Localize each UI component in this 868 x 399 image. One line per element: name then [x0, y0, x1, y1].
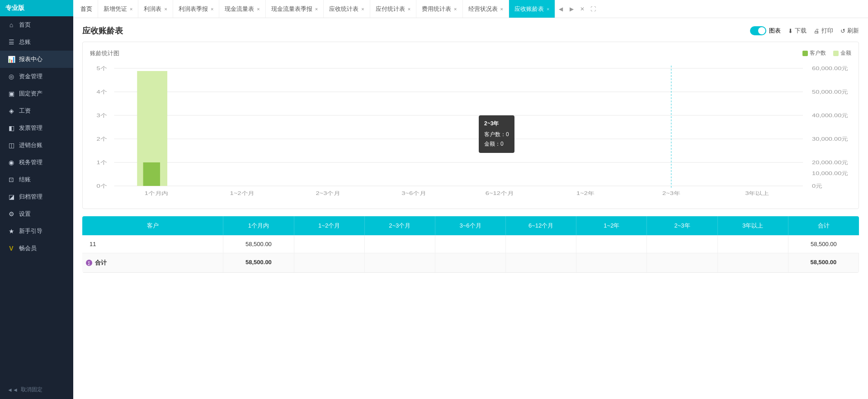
- sidebar-item-label: 工资: [19, 107, 31, 115]
- print-icon: 🖨: [814, 28, 820, 34]
- legend-customer-label: 客户数: [810, 49, 826, 57]
- chart-legend: 客户数 金额: [802, 49, 851, 57]
- svg-text:40,000.00元: 40,000.00元: [812, 113, 848, 119]
- sidebar-item-label: 报表中心: [19, 55, 42, 63]
- sidebar: 专业版 ⌂ 首页 ☰ 总账 📊 报表中心 ◎ 资金管理 ▣ 固定资产 ◈ 工资 …: [0, 0, 73, 399]
- sidebar-item-purchase[interactable]: ◫ 进销台账: [0, 137, 73, 154]
- tab-voucher[interactable]: 新增凭证 ×: [98, 0, 138, 18]
- tab-receivable-stat-close[interactable]: ×: [361, 6, 364, 12]
- sidebar-item-tax[interactable]: ◉ 税务管理: [0, 154, 73, 171]
- sidebar-item-label: 固定资产: [19, 90, 42, 98]
- svg-text:2~3个月: 2~3个月: [316, 190, 340, 196]
- th-month612: 6~12个月: [506, 216, 576, 235]
- print-button[interactable]: 🖨 打印: [814, 27, 833, 35]
- sidebar-item-settle[interactable]: ⊡ 结账: [0, 171, 73, 188]
- sidebar-item-ledger[interactable]: ☰ 总账: [0, 33, 73, 51]
- td-year3plus: [718, 235, 788, 253]
- tab-cashflow-quarter[interactable]: 现金流量表季报 ×: [266, 0, 324, 18]
- tab-biz-status-label: 经营状况表: [468, 5, 498, 13]
- footer-label-text: 合计: [95, 259, 107, 267]
- ledger-icon: ☰: [7, 38, 15, 46]
- sidebar-item-fund[interactable]: ◎ 资金管理: [0, 68, 73, 85]
- toggle-track[interactable]: [750, 26, 766, 35]
- asset-icon: ▣: [7, 90, 15, 97]
- tab-close-all-button[interactable]: ✕: [577, 4, 588, 14]
- svg-text:1个: 1个: [97, 160, 107, 166]
- sidebar-item-label: 总账: [19, 38, 31, 46]
- bar-customer-0: [143, 162, 160, 186]
- tab-aging[interactable]: 应收账龄表 ×: [509, 0, 555, 18]
- tab-receivable-stat-label: 应收统计表: [329, 5, 359, 13]
- sidebar-item-vip[interactable]: V 畅会员: [0, 240, 73, 257]
- table-row: 11 58,500.00 58,500.00: [82, 235, 859, 253]
- header-actions: 图表 ⬇ 下载 🖨 打印 ↺ 刷新: [750, 26, 859, 35]
- sidebar-item-invoice[interactable]: ◧ 发票管理: [0, 119, 73, 137]
- td-year12: [576, 235, 647, 253]
- tab-prev-button[interactable]: ◀: [555, 4, 566, 14]
- sidebar-item-archive[interactable]: ◪ 归档管理: [0, 188, 73, 205]
- legend-amount-color: [833, 51, 839, 56]
- sidebar-item-label: 资金管理: [19, 72, 42, 81]
- sidebar-item-label: 首页: [19, 21, 31, 29]
- download-icon: ⬇: [788, 28, 793, 34]
- svg-text:2个: 2个: [97, 136, 107, 142]
- tab-cashflow[interactable]: 现金流量表 ×: [219, 0, 265, 18]
- tab-expand-button[interactable]: ⛶: [588, 4, 599, 14]
- td-customer: 11: [82, 235, 223, 253]
- refresh-button[interactable]: ↺ 刷新: [840, 27, 859, 35]
- footer-month36: [435, 253, 506, 272]
- download-button[interactable]: ⬇ 下载: [788, 27, 807, 35]
- sidebar-item-reports[interactable]: 📊 报表中心: [0, 51, 73, 68]
- chart-toggle[interactable]: 图表: [750, 26, 781, 35]
- tab-cashflow-quarter-close[interactable]: ×: [315, 6, 318, 12]
- tab-expense-stat[interactable]: 费用统计表 ×: [416, 0, 462, 18]
- tab-voucher-close[interactable]: ×: [130, 6, 132, 12]
- tab-expense-stat-label: 费用统计表: [422, 5, 451, 13]
- svg-text:3年以上: 3年以上: [745, 190, 769, 196]
- tab-expense-stat-close[interactable]: ×: [454, 6, 457, 12]
- data-table: 客户 1个月内 1~2个月 2~3个月 3~6个月 6~12个月 1~2年 2~…: [82, 216, 859, 273]
- tab-bar: 首页 新增凭证 × 利润表 × 利润表季报 × 现金流量表 × 现金流量表季报 …: [73, 0, 868, 18]
- sidebar-item-settings[interactable]: ⚙ 设置: [0, 205, 73, 223]
- tab-profit-quarter-close[interactable]: ×: [211, 6, 213, 12]
- th-year3plus: 3年以上: [718, 216, 788, 235]
- tab-payable-stat[interactable]: 应付统计表 ×: [370, 0, 416, 18]
- tab-profit-quarter[interactable]: 利润表季报 ×: [173, 0, 219, 18]
- guide-icon: ★: [7, 228, 15, 235]
- toggle-thumb: [758, 27, 765, 34]
- tab-profit-close[interactable]: ×: [164, 6, 167, 12]
- sidebar-item-salary[interactable]: ◈ 工资: [0, 102, 73, 119]
- tab-next-button[interactable]: ▶: [566, 4, 577, 14]
- tab-home[interactable]: 首页: [75, 0, 98, 18]
- fund-icon: ◎: [7, 73, 15, 80]
- tab-aging-close[interactable]: ×: [547, 6, 549, 12]
- chart-svg-wrapper: 5个 4个 3个 2个 1个 0个 60,000.00元 50,000.00元: [90, 61, 851, 201]
- tab-home-label: 首页: [80, 5, 92, 13]
- td-total: 58,500.00: [788, 235, 859, 253]
- tab-biz-status-close[interactable]: ×: [500, 6, 503, 12]
- archive-icon: ◪: [7, 193, 15, 200]
- tab-receivable-stat[interactable]: 应收统计表 ×: [324, 0, 370, 18]
- tab-cashflow-close[interactable]: ×: [257, 6, 259, 12]
- unpin-label: 取消固定: [21, 386, 42, 394]
- sidebar-item-guide[interactable]: ★ 新手引导: [0, 223, 73, 240]
- footer-month1: 58,500.00: [223, 253, 294, 272]
- svg-text:10,000.00元: 10,000.00元: [812, 171, 848, 176]
- unpin-button[interactable]: ◄◄ 取消固定: [0, 380, 73, 399]
- vip-icon: V: [7, 245, 15, 252]
- refresh-icon: ↺: [840, 28, 845, 34]
- sidebar-item-label: 税务管理: [19, 158, 42, 166]
- sidebar-item-asset[interactable]: ▣ 固定资产: [0, 85, 73, 102]
- tab-profit-quarter-label: 利润表季报: [179, 5, 208, 13]
- tax-icon: ◉: [7, 159, 15, 166]
- sidebar-item-home[interactable]: ⌂ 首页: [0, 16, 73, 33]
- legend-customer-count: 客户数: [802, 49, 826, 57]
- footer-year12: [576, 253, 647, 272]
- td-month12: [294, 235, 365, 253]
- invoice-icon: ◧: [7, 124, 15, 132]
- svg-text:0个: 0个: [97, 183, 107, 189]
- tab-biz-status[interactable]: 经营状况表 ×: [463, 0, 509, 18]
- tab-payable-stat-close[interactable]: ×: [408, 6, 410, 12]
- download-label: 下载: [795, 27, 807, 35]
- tab-profit[interactable]: 利润表 ×: [138, 0, 173, 18]
